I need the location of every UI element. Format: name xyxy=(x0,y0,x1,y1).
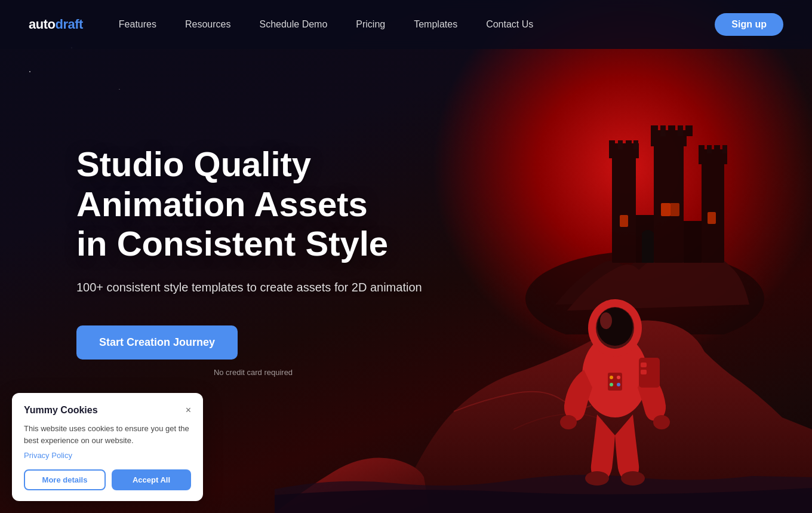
more-details-button[interactable]: More details xyxy=(24,469,106,490)
logo-draft: draft xyxy=(55,17,82,32)
hero-content: Studio Quality Animation Assets in Consi… xyxy=(0,49,430,377)
signup-button[interactable]: Sign up xyxy=(715,13,783,36)
svg-point-59 xyxy=(560,415,577,429)
nav-schedule-demo[interactable]: Schedule Demo xyxy=(259,19,327,30)
svg-rect-42 xyxy=(685,125,693,136)
svg-point-68 xyxy=(617,376,620,379)
svg-rect-64 xyxy=(641,363,647,367)
nav-templates[interactable]: Templates xyxy=(414,19,457,30)
cta-section: Start Creation Journey No credit card re… xyxy=(76,325,430,377)
no-credit-card-text: No credit card required xyxy=(76,368,430,377)
svg-point-61 xyxy=(585,471,609,486)
svg-point-62 xyxy=(621,471,645,486)
nav-resources[interactable]: Resources xyxy=(185,19,230,30)
svg-rect-38 xyxy=(651,125,658,136)
nav-actions: Sign up xyxy=(715,13,783,36)
cookie-banner: Yummy Cookies × This website uses cookie… xyxy=(12,393,203,501)
cookie-header: Yummy Cookies × xyxy=(24,405,191,416)
nav-features[interactable]: Features xyxy=(119,19,156,30)
svg-rect-39 xyxy=(660,125,666,136)
svg-point-70 xyxy=(617,383,620,386)
svg-point-58 xyxy=(600,312,612,329)
svg-rect-65 xyxy=(641,370,647,374)
svg-point-69 xyxy=(610,383,613,386)
nav-pricing[interactable]: Pricing xyxy=(356,19,385,30)
hero-title: Studio Quality Animation Assets in Consi… xyxy=(76,145,430,264)
svg-point-60 xyxy=(653,415,670,429)
logo[interactable]: autodraft xyxy=(29,17,83,32)
svg-rect-66 xyxy=(608,373,622,391)
astronaut-illustration xyxy=(555,268,675,495)
cookie-body-text: This website uses cookies to ensure you … xyxy=(24,423,191,446)
logo-auto: auto xyxy=(29,17,55,32)
svg-rect-41 xyxy=(678,125,683,136)
cookie-close-button[interactable]: × xyxy=(186,406,191,415)
accept-all-button[interactable]: Accept All xyxy=(112,469,191,490)
cookie-title: Yummy Cookies xyxy=(24,405,98,416)
navbar: autodraft Features Resources Schedule De… xyxy=(0,0,812,49)
cookie-actions: More details Accept All xyxy=(24,469,191,490)
nav-links: Features Resources Schedule Demo Pricing… xyxy=(119,19,715,30)
cta-button[interactable]: Start Creation Journey xyxy=(76,325,238,360)
svg-rect-40 xyxy=(668,125,675,136)
svg-point-67 xyxy=(610,376,613,379)
privacy-policy-link[interactable]: Privacy Policy xyxy=(24,451,191,460)
nav-contact-us[interactable]: Contact Us xyxy=(486,19,533,30)
hero-subtitle: 100+ consistent style templates to creat… xyxy=(76,281,430,294)
